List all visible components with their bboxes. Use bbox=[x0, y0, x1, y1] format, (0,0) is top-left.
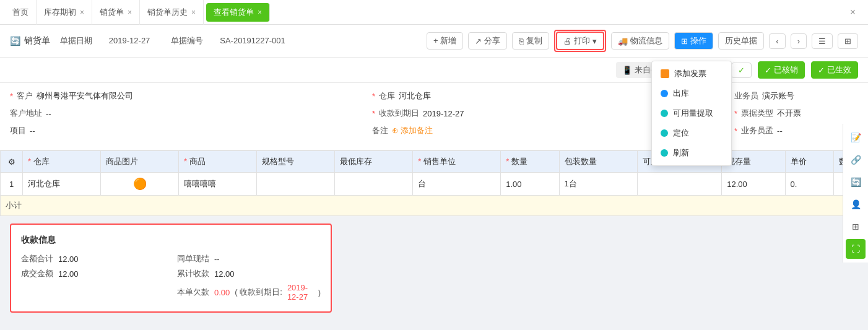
cell-product-img: 🟠 bbox=[101, 173, 179, 196]
check-icon: ✓ bbox=[765, 66, 771, 75]
tab-view-sales[interactable]: 查看销货单 × bbox=[206, 3, 270, 22]
status-bar: 📱 来自手机 ◉ 未开票 ✓ ✓ 已核销 ✓ 已生效 bbox=[0, 58, 868, 83]
tab-inventory-open[interactable]: 库存期初 × bbox=[37, 0, 92, 25]
product-image: 🟠 bbox=[133, 178, 147, 190]
tab-home[interactable]: 首页 bbox=[5, 0, 37, 25]
number-label: 单据编号 bbox=[171, 36, 203, 45]
same-bill-settlement-row: 同单现结 -- bbox=[177, 253, 321, 264]
number-value: SA-20191227-001 bbox=[220, 36, 285, 45]
form-area: * 客户 柳州粤港平安气体有限公司 * 仓库 河北仓库 业务员 演示账号 客户地… bbox=[0, 83, 868, 150]
subtotal-row: 小计 bbox=[1, 196, 868, 216]
customer-field: * 客户 柳州粤港平安气体有限公司 bbox=[10, 90, 134, 102]
right-icon-panel: 📝 🔗 🔄 👤 ⊞ ⛶ bbox=[843, 124, 868, 263]
col-product-img: 商品图片 bbox=[101, 151, 179, 173]
table-header-row: ⚙ * 仓库 商品图片 * 商品 规格型号 最低库存 * 销售单位 bbox=[1, 151, 868, 173]
product-table: ⚙ * 仓库 商品图片 * 商品 规格型号 最低库存 * 销售单位 bbox=[0, 150, 868, 216]
col-min-stock: 最低库存 bbox=[335, 151, 413, 173]
right-edit-button[interactable]: 📝 bbox=[846, 128, 866, 147]
doc-header: 🔄 销货单 单据日期 2019-12-27 单据编号 SA-20191227-0… bbox=[0, 25, 868, 58]
grid-view-button[interactable]: ⊞ bbox=[838, 33, 858, 49]
dropdown-add-invoice[interactable]: 添加发票 bbox=[652, 64, 731, 84]
doc-meta: 单据日期 2019-12-27 单据编号 SA-20191227-001 bbox=[60, 35, 295, 46]
outbound-icon bbox=[661, 90, 668, 97]
copy-button[interactable]: ⎘ 复制 bbox=[512, 32, 549, 50]
col-spec: 规格型号 bbox=[257, 151, 335, 173]
next-record-button[interactable]: › bbox=[791, 33, 807, 49]
right-refresh-button[interactable]: 🔄 bbox=[846, 172, 866, 192]
link-icon: 🔗 bbox=[851, 155, 861, 165]
effective-button[interactable]: ✓ 已生效 bbox=[811, 61, 858, 79]
right-table-button[interactable]: ⊞ bbox=[846, 217, 866, 237]
close-sales-tab[interactable]: × bbox=[128, 8, 132, 17]
refresh-icon bbox=[661, 149, 668, 157]
close-history-tab[interactable]: × bbox=[191, 8, 196, 17]
close-inventory-tab[interactable]: × bbox=[80, 8, 84, 17]
share-icon: ↗ bbox=[475, 37, 482, 46]
dropdown-location[interactable]: 定位 bbox=[652, 123, 731, 143]
close-view-sales-tab[interactable]: × bbox=[258, 8, 262, 17]
operation-dropdown-menu: 添加发票 出库 可用量提取 定位 刷新 bbox=[651, 61, 732, 166]
subtotal-label: 小计 bbox=[1, 196, 868, 216]
payment-grid: 金额合计 12.00 同单现结 -- 成交金额 12.00 累计收款 12.00… bbox=[21, 253, 321, 302]
cell-unit-price: 0. bbox=[785, 173, 834, 196]
operation-button[interactable]: ⊞ 操作 bbox=[674, 32, 713, 50]
payment-title: 收款信息 bbox=[21, 235, 321, 246]
doc-header-left: 🔄 销货单 单据日期 2019-12-27 单据编号 SA-20191227-0… bbox=[10, 35, 295, 46]
settings-icon: ⚙ bbox=[8, 157, 15, 167]
cell-quantity: 1.00 bbox=[501, 173, 559, 196]
col-unit-price: 单价 bbox=[785, 151, 834, 173]
payment-section: 收款信息 金额合计 12.00 同单现结 -- 成交金额 12.00 累计收款 … bbox=[10, 224, 332, 313]
product-table-wrapper: ⚙ * 仓库 商品图片 * 商品 规格型号 最低库存 * 销售单位 bbox=[0, 150, 868, 216]
doc-title: 🔄 销货单 bbox=[10, 35, 50, 46]
cell-current-stock: 12.00 bbox=[722, 173, 785, 196]
list-view-button[interactable]: ☰ bbox=[812, 33, 833, 49]
confirm-button[interactable]: ✓ bbox=[731, 63, 752, 78]
add-note-btn[interactable]: ⊕ 添加备注 bbox=[392, 125, 433, 136]
col-product: * 商品 bbox=[179, 151, 257, 173]
plus-icon: ⊕ bbox=[392, 126, 398, 135]
prev-record-button[interactable]: ‹ bbox=[769, 33, 785, 49]
expand-icon: ⛶ bbox=[851, 244, 860, 254]
tab-sales-order[interactable]: 销货单 × bbox=[92, 0, 140, 25]
dropdown-outbound[interactable]: 出库 bbox=[652, 84, 731, 103]
col-settings[interactable]: ⚙ bbox=[1, 151, 23, 173]
close-all-icon[interactable]: × bbox=[843, 7, 863, 18]
new-button[interactable]: + 新增 bbox=[427, 32, 463, 50]
dropdown-refresh[interactable]: 刷新 bbox=[652, 143, 731, 163]
transaction-amount-row: 成交金额 12.00 bbox=[21, 268, 165, 279]
operator-field: 业务员 演示账号 bbox=[734, 90, 858, 102]
total-amount-row: 金额合计 12.00 bbox=[21, 253, 165, 264]
logistics-button[interactable]: 🚚 物流信息 bbox=[611, 32, 669, 50]
available-qty-icon bbox=[661, 110, 668, 117]
right-user-button[interactable]: 👤 bbox=[846, 194, 866, 214]
col-sales-unit: * 销售单位 bbox=[413, 151, 501, 173]
effective-icon: ✓ bbox=[818, 66, 825, 75]
table-row: 1 河北仓库 🟠 嘻嘻嘻嘻 台 1.00 1台 12.00 0. bbox=[1, 173, 868, 196]
refresh-circle-icon: 🔄 bbox=[851, 177, 861, 187]
dropdown-available-qty[interactable]: 可用量提取 bbox=[652, 103, 731, 123]
truck-icon: 🚚 bbox=[618, 37, 628, 46]
project-field: 项目 -- bbox=[10, 125, 134, 136]
location-icon bbox=[661, 129, 668, 137]
table-icon: ⊞ bbox=[852, 222, 859, 232]
address-field: 客户地址 -- bbox=[10, 108, 134, 119]
history-button[interactable]: 历史单据 bbox=[718, 32, 764, 50]
cell-spec bbox=[257, 173, 335, 196]
col-pack-qty: 包装数量 bbox=[559, 151, 637, 173]
print-dropdown-icon: ▾ bbox=[592, 37, 597, 46]
right-link-button[interactable]: 🔗 bbox=[846, 150, 866, 170]
check-circle-icon: ✓ bbox=[738, 66, 745, 75]
print-button[interactable]: 🖨 打印 ▾ bbox=[556, 32, 604, 50]
share-button[interactable]: ↗ 分享 bbox=[468, 32, 507, 50]
confirmed-button[interactable]: ✓ 已核销 bbox=[758, 61, 805, 79]
payment-date-field: * 收款到期日 2019-12-27 bbox=[372, 108, 496, 119]
right-expand-button[interactable]: ⛶ bbox=[846, 239, 866, 259]
cell-available bbox=[637, 173, 722, 196]
salesperson-field: * 业务员孟 -- bbox=[734, 125, 858, 136]
tab-sales-history[interactable]: 销货单历史 × bbox=[140, 0, 204, 25]
cell-product: 嘻嘻嘻嘻 bbox=[179, 173, 257, 196]
cell-pack-qty: 1台 bbox=[559, 173, 637, 196]
cell-min-stock bbox=[335, 173, 413, 196]
doc-icon: 🔄 bbox=[10, 36, 20, 46]
warehouse-field: * 仓库 河北仓库 bbox=[372, 90, 496, 102]
